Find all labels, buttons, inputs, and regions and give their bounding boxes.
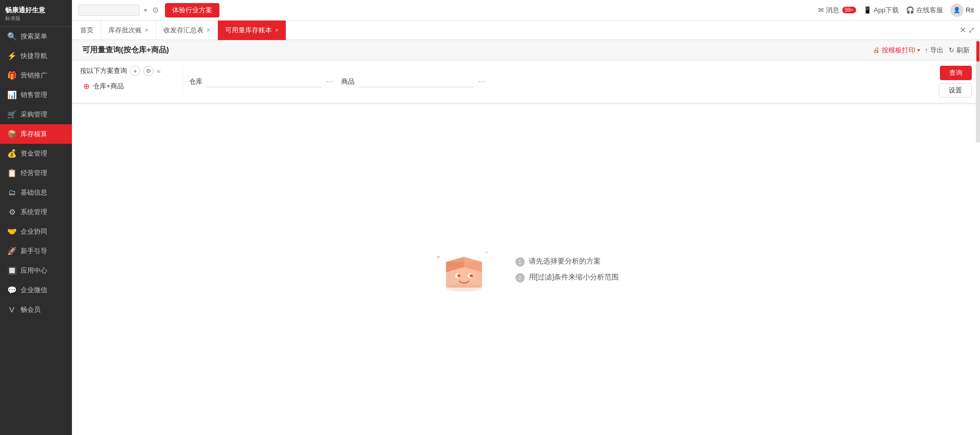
message-item[interactable]: ✉ 消息 99+	[818, 6, 856, 15]
tab-available-qty[interactable]: 可用量库存账本×	[218, 21, 286, 40]
refresh-btn[interactable]: ↻ 刷新	[949, 46, 970, 55]
sidebar-item-label-sys-mgmt: 系统管理	[21, 207, 47, 217]
sidebar-item-biz-mgmt[interactable]: 📋 经营管理	[0, 163, 72, 183]
sidebar-item-label-base-info: 基础信息	[21, 188, 47, 197]
product-input[interactable]	[358, 76, 474, 87]
filter-right: 仓库 ··· 商品 ··· 查询 设置	[189, 66, 972, 98]
schema-item-warehouse-product[interactable]: ⊕ 仓库+商品	[80, 79, 176, 93]
page-header-actions: 🖨 按模板打印 ▾ ↑ 导出 ↻ 刷新	[873, 46, 970, 55]
search-icon: 🔍	[7, 32, 16, 41]
sidebar-item-sys-mgmt[interactable]: ⚙ 系统管理	[0, 202, 72, 222]
refresh-icon: ↻	[949, 46, 954, 54]
topbar: ▾ ⚙ 体验行业方案 ✉ 消息 99+ 📱 App下载 🎧 在线客服 👤 Rit	[72, 0, 980, 21]
expand-icon[interactable]: ⤢	[968, 25, 975, 35]
query-btn[interactable]: 查询	[940, 66, 972, 80]
sidebar-item-wechat-biz[interactable]: 💬 企业微信	[0, 280, 72, 300]
export-btn[interactable]: ↑ 导出	[925, 46, 944, 55]
sidebar-item-sales-mgmt[interactable]: 📊 销售管理	[0, 85, 72, 105]
hint-text-1: 请先选择要分析的方案	[529, 257, 601, 266]
tab-close-batch-ledger[interactable]: ×	[145, 27, 149, 34]
sidebar-item-label-wechat-biz: 企业微信	[21, 286, 47, 295]
chevron-down-icon[interactable]: ▾	[144, 7, 147, 14]
sidebar-item-app-center[interactable]: 🔲 应用中心	[0, 261, 72, 280]
experience-btn[interactable]: 体验行业方案	[165, 3, 219, 17]
sidebar-item-label-inventory: 库存核算	[21, 129, 47, 139]
sidebar-item-label-search: 搜索菜单	[21, 32, 47, 41]
sidebar-item-new-guide[interactable]: 🚀 新手引导	[0, 241, 72, 261]
svg-text:✦: ✦	[485, 250, 489, 255]
wechat-biz-icon: 💬	[7, 286, 16, 295]
topbar-right: ✉ 消息 99+ 📱 App下载 🎧 在线客服 👤 Rit	[818, 4, 974, 17]
sidebar-item-label-enterprise: 企业协同	[21, 227, 47, 236]
product-dots-btn[interactable]: ···	[478, 77, 485, 86]
sidebar-item-enterprise[interactable]: 🤝 企业协同	[0, 222, 72, 241]
purchase-mgmt-icon: 🛒	[7, 110, 16, 119]
collapse-icon[interactable]: «	[157, 67, 161, 75]
product-filter-field: 商品 ···	[341, 76, 485, 87]
warehouse-dots-btn[interactable]: ···	[326, 77, 333, 86]
app-title: 畅康通好生意	[5, 6, 67, 15]
breadcrumb	[78, 5, 140, 16]
settings-schema-btn[interactable]: ⚙	[143, 66, 154, 76]
tab-close-available-qty[interactable]: ×	[275, 27, 279, 34]
sidebar-item-label-marketing-promo: 营销推广	[21, 71, 47, 80]
hint-num-1: 1	[515, 257, 525, 267]
filter-actions: 查询 设置	[939, 66, 972, 98]
tab-batch-ledger[interactable]: 库存批次账×	[101, 21, 156, 40]
warehouse-input[interactable]	[206, 76, 322, 87]
sidebar-item-label-biz-mgmt: 经营管理	[21, 168, 47, 178]
tab-label-home: 首页	[80, 26, 94, 35]
main-area: ▾ ⚙ 体验行业方案 ✉ 消息 99+ 📱 App下载 🎧 在线客服 👤 Rit	[72, 0, 980, 435]
svg-point-7	[457, 274, 460, 277]
online-service-item[interactable]: 🎧 在线客服	[906, 6, 943, 15]
sidebar-item-marketing-promo[interactable]: 🎁 营销推广	[0, 66, 72, 85]
gear-icon[interactable]: ⚙	[152, 6, 159, 15]
app-download-item[interactable]: 📱 App下载	[863, 6, 899, 15]
filter-settings-btn[interactable]: 设置	[939, 83, 972, 98]
empty-hints: 1 请先选择要分析的方案 2 用[过滤]条件来缩小分析范围	[515, 257, 619, 282]
sidebar-item-inventory[interactable]: 📦 库存核算	[0, 124, 72, 144]
user-item[interactable]: 👤 Rit	[950, 4, 974, 17]
hint-num-2: 2	[515, 273, 525, 282]
sidebar-item-label-new-guide: 新手引导	[21, 247, 47, 256]
sidebar-item-search[interactable]: 🔍 搜索菜单	[0, 27, 72, 46]
svg-text:✦: ✦	[436, 254, 441, 261]
sidebar-item-base-info[interactable]: 🗂 基础信息	[0, 183, 72, 202]
sidebar-item-shortcut[interactable]: ⚡ 快捷导航	[0, 46, 72, 66]
close-tab-icon[interactable]: ✕	[959, 25, 966, 35]
filter-section-title: 按以下方案查询 + ⚙ «	[80, 66, 176, 76]
export-icon: ↑	[925, 46, 929, 54]
tab-close-collection-summary[interactable]: ×	[207, 27, 210, 34]
print-btn[interactable]: 🖨 按模板打印 ▾	[873, 46, 920, 55]
sidebar-item-label-app-center: 应用中心	[21, 266, 47, 275]
add-schema-btn[interactable]: +	[130, 66, 140, 76]
sales-mgmt-icon: 📊	[7, 90, 16, 100]
tabs-bar: 首页库存批次账×收发存汇总表×可用量库存账本× ✕ ⤢	[72, 21, 980, 40]
tab-collection-summary[interactable]: 收发存汇总表×	[156, 21, 218, 40]
avatar: 👤	[950, 4, 964, 17]
page-header: 可用量查询(按仓库+商品) 🖨 按模板打印 ▾ ↑ 导出 ↻ 刷新	[72, 40, 980, 61]
right-scrollbar[interactable]	[976, 40, 980, 143]
message-icon: ✉	[818, 6, 824, 14]
empty-illustration: ✦ ✦ ✦	[433, 239, 495, 300]
warehouse-filter-field: 仓库 ···	[189, 76, 333, 87]
app-subtitle: 标准版	[5, 15, 67, 22]
online-service-label: 在线客服	[916, 6, 943, 15]
sidebar-item-purchase-mgmt[interactable]: 🛒 采购管理	[0, 105, 72, 124]
sidebar-item-label-purchase-mgmt: 采购管理	[21, 110, 47, 119]
sidebar-item-label-vip: 畅会员	[21, 305, 41, 314]
tab-home[interactable]: 首页	[72, 21, 101, 40]
svg-point-8	[470, 274, 473, 277]
shortcut-icon: ⚡	[7, 51, 16, 61]
sidebar-logo: 畅康通好生意 标准版	[0, 0, 72, 27]
tab-label-collection-summary: 收发存汇总表	[163, 26, 204, 35]
warehouse-label: 仓库	[189, 77, 202, 86]
sidebar-item-finance[interactable]: 💰 资金管理	[0, 144, 72, 163]
biz-mgmt-icon: 📋	[7, 168, 16, 178]
tabs-right-actions: ✕ ⤢	[959, 25, 980, 35]
sidebar-item-vip[interactable]: V 畅会员	[0, 300, 72, 319]
empty-state: ✦ ✦ ✦ 1 请先选择要分析的方案 2 用[过滤]条件来缩小分析范围	[72, 104, 980, 435]
vip-icon: V	[7, 305, 16, 314]
enterprise-icon: 🤝	[7, 227, 16, 236]
empty-hint-1: 1 请先选择要分析的方案	[515, 257, 619, 267]
